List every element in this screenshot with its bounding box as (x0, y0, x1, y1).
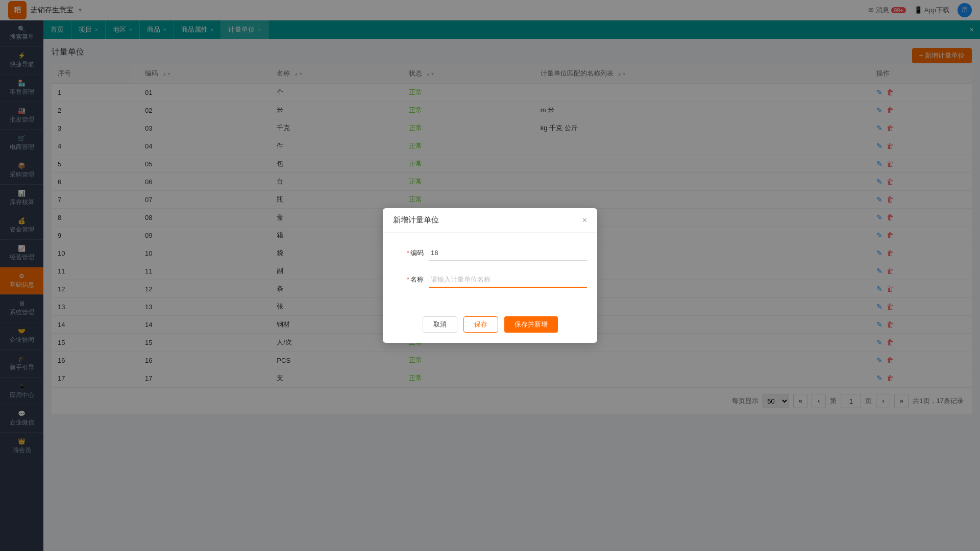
name-input[interactable] (429, 271, 587, 288)
name-label: 名称 (393, 275, 424, 284)
code-input[interactable] (429, 245, 587, 261)
modal-body: 编码 名称 (383, 233, 597, 310)
modal-header: 新增计量单位 × (383, 208, 597, 233)
form-item-name: 名称 (393, 271, 587, 288)
add-unit-modal: 新增计量单位 × 编码 名称 取消 保存 保存并新增 (383, 208, 597, 343)
modal-overlay: 新增计量单位 × 编码 名称 取消 保存 保存并新增 (0, 0, 980, 551)
save-and-new-button[interactable]: 保存并新增 (504, 316, 558, 333)
save-button[interactable]: 保存 (463, 316, 498, 333)
modal-title: 新增计量单位 (393, 215, 439, 225)
form-item-code: 编码 (393, 245, 587, 261)
code-label: 编码 (393, 248, 424, 258)
modal-footer: 取消 保存 保存并新增 (383, 310, 597, 343)
modal-close-button[interactable]: × (582, 216, 587, 225)
cancel-button[interactable]: 取消 (423, 316, 457, 333)
